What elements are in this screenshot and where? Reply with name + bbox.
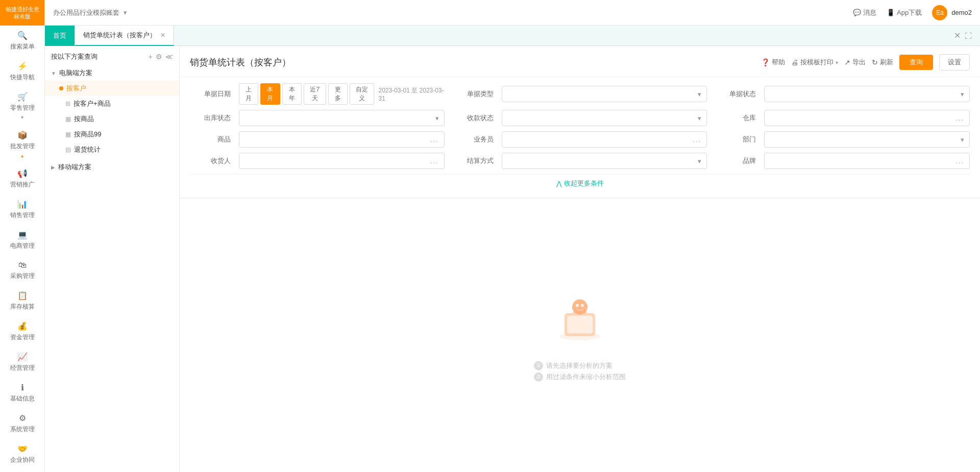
this-month-btn[interactable]: 本月 <box>260 83 280 105</box>
app-download-button[interactable]: 📱 App下载 <box>887 8 922 17</box>
sidebar-item-purchase[interactable]: 🛍 采购管理 <box>0 255 45 286</box>
department-select[interactable]: ▾ <box>764 131 970 148</box>
tree-item-by-customer[interactable]: 按客户 <box>45 81 179 96</box>
settings-scheme-button[interactable]: ⚙ <box>156 53 162 61</box>
query-button[interactable]: 查询 <box>899 55 933 70</box>
chevron-down-icon: ▾ <box>961 90 964 98</box>
sidebar-item-wholesale[interactable]: 📦 批发管理 ▴ <box>0 125 45 163</box>
chevron-down-icon: ▾ <box>698 157 701 165</box>
sidebar-item-search[interactable]: 🔍 搜索菜单 <box>0 26 45 56</box>
app-name: 畅捷通好生意 <box>6 6 39 13</box>
brand-select[interactable]: ... <box>764 153 970 169</box>
chevron-up-icon: ▴ <box>21 153 23 158</box>
right-panel: 销货单统计表（按客户） ❓ 帮助 🖨 按模板打印 ▾ ↗ 导出 <box>180 46 980 472</box>
refresh-button[interactable]: ↻ 刷新 <box>872 58 893 67</box>
receipt-status-select[interactable]: ▾ <box>502 110 707 126</box>
order-type-select[interactable]: ▾ <box>502 86 707 102</box>
settlement-select[interactable]: ▾ <box>502 153 707 169</box>
username-label: demo2 <box>951 9 972 16</box>
prev-month-btn[interactable]: 上月 <box>239 83 258 105</box>
out-status-select[interactable]: ▾ <box>239 110 445 126</box>
add-scheme-button[interactable]: + <box>149 53 153 61</box>
left-panel-title: 按以下方案查询 <box>51 52 97 61</box>
desktop-section-label: 电脑端方案 <box>59 68 92 78</box>
goods-dots[interactable]: ... <box>430 136 439 144</box>
sidebar-item-retail[interactable]: 🛒 零售管理 ▾ <box>0 87 45 125</box>
top-bar: 办公用品行业模拟账套 ▾ 💬 消息 📱 App下载 Ea demo2 <box>45 0 980 26</box>
tree-item-by-goods99[interactable]: ▦ 按商品99 <box>45 127 179 142</box>
brand-control: ... <box>764 153 970 169</box>
last7-btn[interactable]: 近7天 <box>304 83 326 105</box>
recipient-control: ... <box>239 153 445 169</box>
user-info[interactable]: Ea demo2 <box>932 5 972 20</box>
industry-label: 办公用品行业模拟账套 <box>53 8 119 17</box>
sidebar-item-label: 零售管理 <box>10 104 35 112</box>
print-button[interactable]: 🖨 按模板打印 ▾ <box>791 58 838 67</box>
close-window-icon[interactable]: ✕ <box>954 31 961 40</box>
order-status-select[interactable]: ▾ <box>764 86 970 102</box>
collapse-label: 收起更多条件 <box>564 179 604 188</box>
filter-row-1: 单据日期 上月 本月 本年 近7天 更多 自定义 2023-03-01 至 20… <box>190 83 970 105</box>
sidebar-item-label: 快捷导航 <box>10 73 35 82</box>
tree-item-return-stats[interactable]: ▤ 退货统计 <box>45 142 179 157</box>
collapse-panel-button[interactable]: ≪ <box>165 53 173 61</box>
salesperson-dots[interactable]: ... <box>693 136 702 144</box>
this-year-btn[interactable]: 本年 <box>282 83 302 105</box>
tree-item-by-goods[interactable]: ▦ 按商品 <box>45 111 179 127</box>
tree-item-customer-goods[interactable]: ⊞ 按客户+商品 <box>45 96 179 111</box>
sidebar-item-label: 经营管理 <box>10 364 35 372</box>
message-button[interactable]: 💬 消息 <box>853 8 876 17</box>
filter-row-3: 商品 ... 业务员 ... 部门 <box>190 131 970 148</box>
sidebar-item-label: 库存核算 <box>10 302 35 311</box>
order-type-label: 单据类型 <box>453 89 494 99</box>
app-edition: 标准版 <box>14 13 31 20</box>
collapse-filters-button[interactable]: ⋀ 收起更多条件 <box>190 174 970 192</box>
warehouse-select[interactable]: ... <box>764 110 970 126</box>
home-tab-label: 首页 <box>53 31 66 40</box>
top-bar-right: 💬 消息 📱 App下载 Ea demo2 <box>853 5 972 20</box>
sidebar-item-quicknav[interactable]: ⚡ 快捷导航 <box>0 56 45 87</box>
filter-area: 单据日期 上月 本月 本年 近7天 更多 自定义 2023-03-01 至 20… <box>180 77 980 199</box>
left-panel: 按以下方案查询 + ⚙ ≪ ▼ 电脑端方案 按客户 ⊞ 按客户+商品 <box>45 46 180 472</box>
sidebar: 畅捷通好生意 标准版 🔍 搜索菜单 ⚡ 快捷导航 🛒 零售管理 ▾ 📦 批发管理… <box>0 0 45 472</box>
dropdown-icon[interactable]: ▾ <box>124 9 127 16</box>
brand-dots[interactable]: ... <box>955 157 964 165</box>
more-date-btn[interactable]: 更多 <box>328 83 348 105</box>
export-button[interactable]: ↗ 导出 <box>844 58 866 67</box>
table-icon: ▦ <box>65 115 71 123</box>
empty-state: ① 请先选择要分析的方案 ② 用过滤条件来缩小分析范围 <box>180 199 980 472</box>
sidebar-item-basic-info[interactable]: ℹ 基础信息 <box>0 377 45 408</box>
settlement-label: 结算方式 <box>453 156 494 166</box>
recipient-select[interactable]: ... <box>239 153 445 169</box>
sidebar-item-ecommerce[interactable]: 💻 电商管理 <box>0 225 45 255</box>
salesperson-select[interactable]: ... <box>502 131 707 148</box>
sidebar-item-inventory[interactable]: 📋 库存核算 <box>0 286 45 316</box>
tree-item-label: 按商品99 <box>74 130 101 139</box>
sidebar-item-newbie[interactable]: 🎯 新手引导 <box>0 469 45 472</box>
settings-button[interactable]: 设置 <box>939 54 970 70</box>
warehouse-dots[interactable]: ... <box>955 114 964 122</box>
sidebar-item-operations[interactable]: 📈 经营管理 <box>0 347 45 377</box>
date-quick-buttons: 上月 本月 本年 近7天 更多 自定义 <box>239 83 375 105</box>
date-range-display: 2023-03-01 至 2023-03-31 <box>379 86 445 102</box>
chevron-down-icon: ▾ <box>961 136 964 144</box>
sidebar-item-system[interactable]: ⚙ 系统管理 <box>0 408 45 439</box>
print-dropdown-icon: ▾ <box>836 60 838 65</box>
wholesale-icon: 📦 <box>17 130 28 140</box>
sidebar-item-marketing[interactable]: 📢 营销推广 <box>0 163 45 194</box>
sidebar-item-collab[interactable]: 🤝 企业协同 <box>0 439 45 469</box>
operations-icon: 📈 <box>17 352 28 362</box>
goods-select[interactable]: ... <box>239 131 445 148</box>
sidebar-item-sales[interactable]: 📊 销售管理 <box>0 194 45 225</box>
sidebar-item-finance[interactable]: 💰 资金管理 <box>0 316 45 347</box>
recipient-dots[interactable]: ... <box>430 157 439 165</box>
help-button[interactable]: ❓ 帮助 <box>761 58 785 67</box>
tab-home[interactable]: 首页 <box>45 26 75 46</box>
custom-date-btn[interactable]: 自定义 <box>350 83 374 105</box>
tree-item-label: 按客户 <box>66 84 86 93</box>
user-avatar: Ea <box>932 5 947 20</box>
tab-sales-report[interactable]: 销货单统计表（按客户） ✕ <box>75 26 174 46</box>
salesperson-label: 业务员 <box>453 135 494 144</box>
tab-close-button[interactable]: ✕ <box>160 32 165 39</box>
maximize-window-icon[interactable]: ⛶ <box>965 32 972 40</box>
